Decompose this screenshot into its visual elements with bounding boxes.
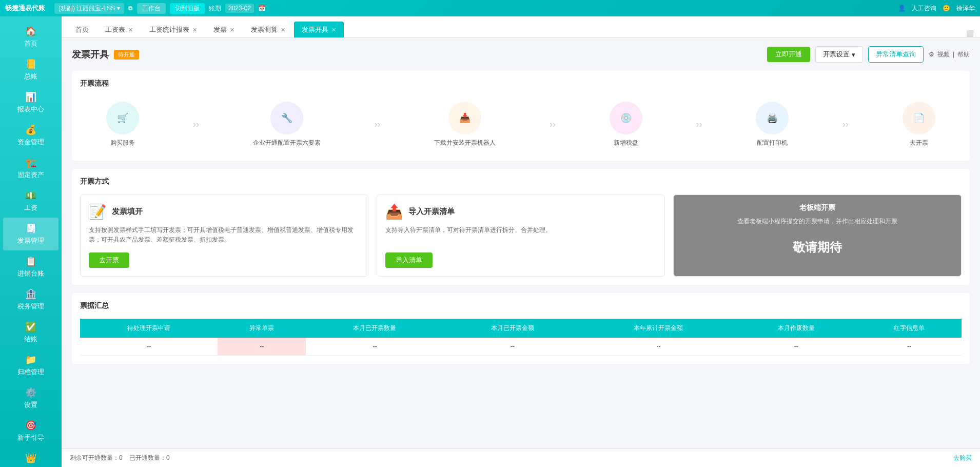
flow-steps: 🛒 购买服务 ›› 🔧 企业开通配置开票六要素 [80, 96, 962, 152]
sidebar-item-reports[interactable]: 📊 报表中心 [3, 86, 58, 119]
taxdisk-icon: 💿 [610, 102, 642, 134]
tab-home-label: 首页 [75, 25, 89, 34]
tab-salary-report-close[interactable]: ✕ [192, 27, 197, 33]
svg-text:🔧: 🔧 [281, 112, 293, 124]
tab-salary-label: 工资表 [105, 25, 125, 34]
sidebar-item-home[interactable]: 🏠 首页 [3, 21, 58, 53]
period-value[interactable]: 2023-02 [225, 4, 254, 13]
company-dropdown-icon: ▾ [117, 5, 120, 12]
flow-step-issue[interactable]: 📄 去开票 [903, 102, 935, 147]
sidebar-item-reconcile[interactable]: ✅ 结账 [3, 316, 58, 349]
old-terminal-overlay: 敬请期待 [793, 226, 842, 268]
flow-title: 开票流程 [80, 79, 962, 88]
period-label: 账期 [209, 4, 221, 13]
calendar-icon[interactable]: 📅 [258, 5, 266, 12]
sidebar-item-invoice[interactable]: 🧾 发票管理 [3, 218, 58, 250]
switch-old-button[interactable]: 切到旧版 [170, 3, 205, 14]
sidebar: 🏠 首页 📒 总账 📊 报表中心 💰 资金管理 🏗️ 固定资产 💵 工资 🧾 发… [0, 16, 62, 467]
user-name: 徐泽华 [956, 4, 975, 13]
tab-salary-report[interactable]: 工资统计报表 ✕ [142, 22, 205, 37]
sidebar-label-archive: 归档管理 [17, 367, 44, 377]
tab-invoice-tool-close[interactable]: ✕ [331, 27, 336, 33]
open-settings-button[interactable]: 开票设置 ▾ [815, 46, 863, 63]
tab-invoice-tool[interactable]: 发票开具 ✕ [294, 22, 344, 37]
video-help-label[interactable]: 视频 [937, 50, 950, 59]
flow-step-printer[interactable]: 🖨️ 配置打印机 [756, 102, 789, 147]
sidebar-item-purchase[interactable]: 📋 进销台账 [3, 250, 58, 283]
reconcile-icon: ✅ [25, 321, 36, 333]
bottom-info: 剩余可开通数量：0 已开通数量：0 [70, 454, 170, 462]
taxdisk-label: 新增税盘 [614, 139, 638, 147]
window-maximize-button[interactable]: ⬜ [966, 29, 974, 37]
sidebar-item-tax[interactable]: 🏦 税务管理 [3, 283, 58, 316]
import-go-button[interactable]: 导入清单 [385, 252, 433, 268]
flow-step-config[interactable]: 🔧 企业开通配置开票六要素 [253, 102, 321, 147]
status-badge: 待开通 [114, 50, 139, 60]
tab-salary-close[interactable]: ✕ [128, 27, 133, 33]
issue-icon: 📄 [903, 102, 935, 134]
sidebar-item-funds[interactable]: 💰 资金管理 [3, 119, 58, 152]
manual-card-title: 发票填开 [112, 207, 143, 217]
settings-icon: ⚙️ [25, 387, 36, 398]
goto-buy-link[interactable]: 去购买 [953, 454, 972, 462]
tab-invoice-close[interactable]: ✕ [230, 27, 234, 33]
config-icon: 🔧 [270, 102, 303, 134]
top-bar-left: 畅捷通易代账 (劝副) 江西服宝-LSS ▾ ⧉ 工作台 切到旧版 账期 202… [5, 3, 266, 14]
copy-icon[interactable]: ⧉ [128, 5, 133, 12]
old-terminal-desc: 查看老板端小程序提交的开票申请，并作出相应处理和开票 [737, 217, 897, 226]
sidebar-item-payroll[interactable]: 💵 工资 [3, 185, 58, 218]
window-minimize-button[interactable]: — [954, 29, 963, 37]
col-yearly-amount: 本年累计开票金额 [581, 319, 736, 338]
tab-invoice-calc[interactable]: 发票测算 ✕ [243, 22, 293, 37]
manual-card-desc: 支持按照发票样式手工填写开发票；可开具增值税电子普通发票、增值税普通发票、增值税… [89, 225, 360, 246]
cell-void-count: -- [736, 338, 857, 356]
workspace-button[interactable]: 工作台 [137, 3, 166, 14]
sidebar-item-settings[interactable]: ⚙️ 设置 [3, 382, 58, 415]
home-icon: 🏠 [25, 26, 36, 37]
cell-monthly-count: -- [306, 338, 443, 356]
import-billing-card: 📤 导入开票清单 支持导入待开票清单，可对待开票清单进行拆分、合并处理。 导入清… [377, 194, 665, 277]
sidebar-label-settings: 设置 [24, 400, 37, 410]
cell-red-info: -- [857, 338, 962, 356]
flow-arrow-1: ›› [193, 119, 199, 130]
manual-go-button[interactable]: 去开票 [89, 252, 129, 268]
tab-salary[interactable]: 工资表 ✕ [97, 22, 141, 37]
company-selector[interactable]: (劝副) 江西服宝-LSS ▾ [54, 3, 124, 14]
printer-label: 配置打印机 [757, 139, 788, 147]
summary-data-row: -- -- -- -- -- -- -- [80, 338, 962, 356]
abnormal-query-button[interactable]: 异常清单查询 [868, 46, 924, 63]
tax-icon: 🏦 [25, 288, 36, 300]
sidebar-item-member[interactable]: 👑 畅会员 [3, 447, 58, 467]
old-terminal-title: 老板端开票 [799, 203, 835, 211]
top-bar-right: 👤 人工咨询 🙂 徐泽华 [898, 4, 975, 13]
tab-invoice[interactable]: 发票 ✕ [206, 22, 242, 37]
import-card-header: 📤 导入开票清单 [385, 203, 656, 220]
config-label: 企业开通配置开票六要素 [253, 139, 321, 147]
buy-service-label: 购买服务 [110, 139, 135, 147]
page-title-area: 发票开具 待开通 [72, 48, 139, 61]
tab-home[interactable]: 首页 [68, 22, 96, 37]
sidebar-item-guide[interactable]: 🎯 新手引导 [3, 415, 58, 447]
sidebar-item-archive[interactable]: 📁 归档管理 [3, 349, 58, 382]
flow-step-taxdisk[interactable]: 💿 新增税盘 [610, 102, 642, 147]
sidebar-item-assets[interactable]: 🏗️ 固定资产 [3, 152, 58, 185]
old-terminal-header: 老板端开票 [799, 203, 835, 212]
svg-text:🛒: 🛒 [117, 112, 129, 124]
open-settings-label: 开票设置 [823, 50, 850, 59]
flow-step-download[interactable]: 📥 下载并安装开票机器人 [434, 102, 496, 147]
page-actions: 立即开通 开票设置 ▾ 异常清单查询 ⚙ 视频 | 帮助 [767, 46, 970, 63]
user-service-label[interactable]: 人工咨询 [912, 4, 936, 13]
open-now-button[interactable]: 立即开通 [767, 47, 810, 62]
member-icon: 👑 [25, 453, 36, 464]
download-icon: 📥 [448, 102, 481, 134]
page-header: 发票开具 待开通 立即开通 开票设置 ▾ 异常清单查询 ⚙ 视频 | 帮助 [72, 46, 970, 63]
help-label[interactable]: 帮助 [957, 50, 970, 59]
main-content-area: 首页 工资表 ✕ 工资统计报表 ✕ 发票 ✕ 发票测算 ✕ 发票开具 ✕ [62, 16, 980, 467]
company-name: (劝副) 江西服宝-LSS [58, 4, 115, 13]
sidebar-item-ledger[interactable]: 📒 总账 [3, 53, 58, 86]
flow-arrow-2: ›› [375, 119, 381, 130]
flow-step-buy[interactable]: 🛒 购买服务 [106, 102, 139, 147]
tab-invoice-calc-close[interactable]: ✕ [281, 27, 285, 33]
sidebar-label-home: 首页 [24, 39, 37, 48]
flow-arrow-3: ›› [550, 119, 556, 130]
